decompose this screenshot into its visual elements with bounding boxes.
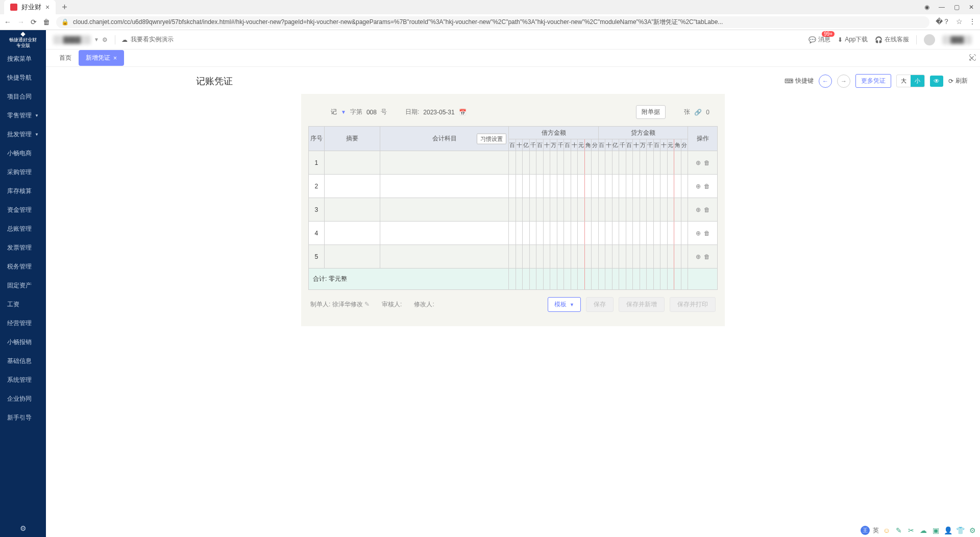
amount-digit-cell[interactable] [674, 245, 681, 268]
amount-digit-cell[interactable] [516, 222, 522, 245]
amount-digit-cell[interactable] [543, 151, 550, 175]
amount-digit-cell[interactable] [633, 245, 640, 268]
tray-emoji-icon[interactable]: ☺ [882, 526, 891, 535]
amount-digit-cell[interactable] [536, 198, 543, 222]
amount-digit-cell[interactable] [626, 175, 632, 198]
amount-digit-cell[interactable] [592, 175, 598, 198]
delete-row-icon[interactable]: 🗑 [704, 183, 710, 190]
add-row-icon[interactable]: ⊕ [696, 159, 701, 166]
amount-digit-cell[interactable] [653, 268, 660, 290]
sidebar-item[interactable]: 总账管理 [0, 219, 46, 238]
amount-digit-cell[interactable] [681, 268, 688, 290]
amount-digit-cell[interactable] [626, 245, 632, 268]
amount-digit-cell[interactable] [605, 151, 612, 175]
amount-digit-cell[interactable] [605, 268, 612, 290]
amount-digit-cell[interactable] [564, 222, 571, 245]
amount-digit-cell[interactable] [550, 151, 557, 175]
amount-digit-cell[interactable] [592, 151, 598, 175]
amount-digit-cell[interactable] [660, 175, 667, 198]
amount-digit-cell[interactable] [660, 222, 667, 245]
amount-digit-cell[interactable] [564, 268, 571, 290]
user-name[interactable]: ███ [942, 35, 972, 44]
amount-digit-cell[interactable] [564, 198, 571, 222]
close-window-icon[interactable]: ✕ [969, 4, 974, 11]
sidebar-item[interactable]: 新手引导 [0, 408, 46, 427]
amount-digit-cell[interactable] [509, 198, 516, 222]
amount-digit-cell[interactable] [619, 268, 626, 290]
amount-digit-cell[interactable] [516, 268, 522, 290]
amount-digit-cell[interactable] [529, 198, 536, 222]
amount-digit-cell[interactable] [571, 175, 577, 198]
amount-digit-cell[interactable] [674, 268, 681, 290]
amount-digit-cell[interactable] [523, 198, 529, 222]
reload-icon[interactable]: ⟳ [31, 18, 37, 26]
save-button[interactable]: 保存 [586, 297, 614, 312]
add-row-icon[interactable]: ⊕ [696, 230, 701, 237]
more-vouchers-button[interactable]: 更多凭证 [855, 74, 891, 88]
subject-cell[interactable] [380, 151, 509, 175]
amount-digit-cell[interactable] [640, 198, 646, 222]
amount-digit-cell[interactable] [536, 175, 543, 198]
voucher-date[interactable]: 2023-05-31 [423, 109, 454, 116]
amount-digit-cell[interactable] [605, 222, 612, 245]
amount-digit-cell[interactable] [612, 268, 619, 290]
sidebar-item[interactable]: 快捷导航 [0, 68, 46, 87]
amount-digit-cell[interactable] [640, 268, 646, 290]
amount-digit-cell[interactable] [647, 175, 653, 198]
sidebar-item[interactable]: 项目合同 [0, 87, 46, 106]
amount-digit-cell[interactable] [578, 151, 584, 175]
amount-digit-cell[interactable] [557, 222, 564, 245]
amount-digit-cell[interactable] [509, 268, 516, 290]
tray-shirt-icon[interactable]: 👕 [955, 526, 965, 535]
summary-cell[interactable] [324, 151, 380, 175]
amount-digit-cell[interactable] [681, 175, 688, 198]
amount-digit-cell[interactable] [571, 198, 577, 222]
trash-icon[interactable]: 🗑 [43, 18, 50, 26]
ime-lang[interactable]: 英 [873, 526, 879, 535]
sidebar-item[interactable]: 系统管理 [0, 371, 46, 389]
amount-digit-cell[interactable] [578, 198, 584, 222]
amount-digit-cell[interactable] [633, 151, 640, 175]
amount-digit-cell[interactable] [543, 222, 550, 245]
company-selector[interactable]: ████ [53, 35, 91, 44]
sidebar-item[interactable]: 税务管理 [0, 257, 46, 276]
amount-digit-cell[interactable] [612, 175, 619, 198]
amount-digit-cell[interactable] [578, 175, 584, 198]
amount-digit-cell[interactable] [660, 198, 667, 222]
amount-digit-cell[interactable] [571, 222, 577, 245]
amount-digit-cell[interactable] [592, 245, 598, 268]
voucher-number[interactable]: 008 [366, 109, 377, 116]
amount-digit-cell[interactable] [653, 198, 660, 222]
amount-digit-cell[interactable] [667, 268, 674, 290]
close-tab-icon[interactable]: × [45, 3, 50, 11]
new-tab-button[interactable]: + [58, 2, 71, 13]
tray-image-icon[interactable]: ▣ [931, 526, 940, 535]
amount-digit-cell[interactable] [557, 245, 564, 268]
delete-row-icon[interactable]: 🗑 [704, 230, 710, 237]
link-icon[interactable]: 🔗 [694, 109, 702, 116]
amount-digit-cell[interactable] [633, 175, 640, 198]
amount-digit-cell[interactable] [674, 198, 681, 222]
amount-digit-cell[interactable] [619, 198, 626, 222]
online-service-button[interactable]: 🎧 在线客服 [875, 35, 909, 44]
install-app-icon[interactable]: �？ [936, 17, 950, 27]
amount-digit-cell[interactable] [653, 151, 660, 175]
amount-digit-cell[interactable] [660, 151, 667, 175]
amount-digit-cell[interactable] [584, 245, 591, 268]
amount-digit-cell[interactable] [516, 151, 522, 175]
tray-person-icon[interactable]: 👤 [943, 526, 952, 535]
amount-digit-cell[interactable] [647, 245, 653, 268]
amount-digit-cell[interactable] [543, 198, 550, 222]
amount-digit-cell[interactable] [619, 245, 626, 268]
amount-digit-cell[interactable] [550, 175, 557, 198]
tab-new-voucher[interactable]: 新增凭证 × [79, 50, 124, 66]
amount-digit-cell[interactable] [557, 198, 564, 222]
amount-digit-cell[interactable] [619, 175, 626, 198]
amount-digit-cell[interactable] [667, 222, 674, 245]
amount-digit-cell[interactable] [571, 268, 577, 290]
subject-cell[interactable] [380, 245, 509, 268]
amount-digit-cell[interactable] [509, 245, 516, 268]
size-big-option[interactable]: 大 [897, 75, 911, 87]
amount-digit-cell[interactable] [626, 151, 632, 175]
gear-icon[interactable]: ⚙ [102, 36, 108, 43]
